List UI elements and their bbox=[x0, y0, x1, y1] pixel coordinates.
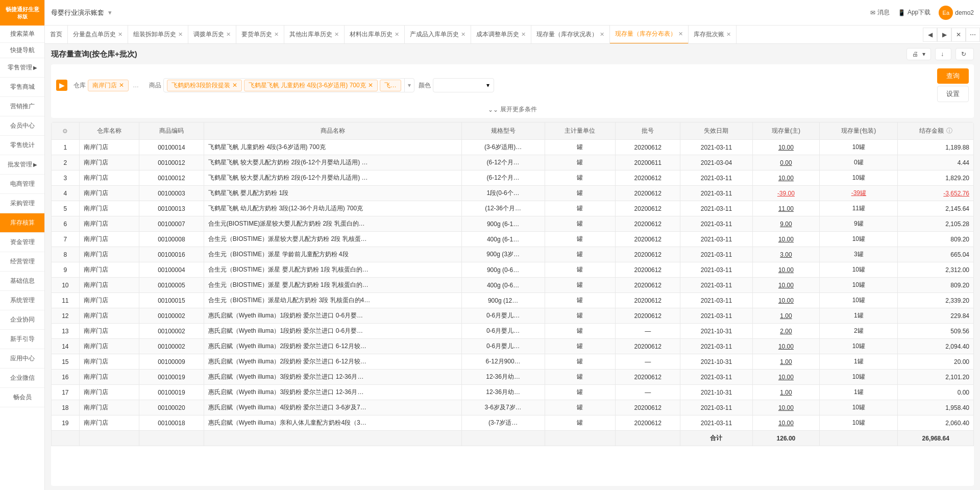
warehouse-tag-remove[interactable]: ✕ bbox=[119, 82, 124, 89]
tab-next-btn[interactable]: ▶ bbox=[937, 28, 951, 42]
table-footer: 合计 126.00 26,968.64 bbox=[52, 431, 974, 446]
row-qty-main[interactable]: 10.00 bbox=[752, 262, 820, 278]
row-qty-main[interactable]: 10.00 bbox=[752, 400, 820, 415]
product-input-group[interactable]: 飞鹤奶粉3段阶段提装 ✕ 飞鹤星飞帆 儿童奶粉 4段(3-6岁适用) 700克 … bbox=[163, 78, 414, 92]
sidebar-item-member[interactable]: 会员中心 bbox=[0, 116, 44, 136]
row-qty-main[interactable]: 10.00 bbox=[752, 278, 820, 293]
settings-btn[interactable]: 设置 bbox=[937, 86, 969, 102]
amount-info-icon[interactable]: ⓘ bbox=[946, 127, 952, 134]
sidebar-item-shop[interactable]: 零售商城 bbox=[0, 78, 44, 97]
sidebar-item-corpwechat[interactable]: 企业微信 bbox=[0, 369, 44, 388]
search-menu[interactable]: 搜索菜单 bbox=[0, 26, 44, 43]
row-qty-main[interactable]: 1.00 bbox=[752, 354, 820, 370]
tab-more-btn[interactable]: ⋯ bbox=[966, 28, 980, 42]
tab-close-cost-adjust[interactable]: ✕ bbox=[521, 31, 526, 38]
refresh-btn[interactable]: ↻ bbox=[955, 48, 974, 60]
export-btn[interactable]: ↓ bbox=[935, 48, 951, 60]
app-download-btn[interactable]: 📱 App下载 bbox=[898, 8, 930, 17]
tab-other-out-history[interactable]: 其他出库单历史 ✕ bbox=[284, 26, 345, 44]
sidebar-item-finance[interactable]: 资金管理 bbox=[0, 233, 44, 252]
row-qty-main[interactable]: 10.00 bbox=[752, 140, 820, 155]
message-btn[interactable]: ✉ 消息 bbox=[870, 8, 890, 17]
color-dropdown-icon[interactable]: ▾ bbox=[486, 82, 489, 89]
sidebar-item-ecom[interactable]: 电商管理 bbox=[0, 175, 44, 194]
sidebar-item-stats[interactable]: 零售统计 bbox=[0, 136, 44, 155]
tab-split-history[interactable]: 分量盘点单历史 ✕ bbox=[68, 26, 128, 44]
tab-home[interactable]: 首页 bbox=[45, 26, 68, 44]
row-qty-main[interactable]: 10.00 bbox=[752, 339, 820, 354]
row-qty-main[interactable]: -39.00 bbox=[752, 186, 820, 201]
filter-toggle-btn[interactable]: ▶ bbox=[56, 80, 67, 91]
user-menu[interactable]: Ea demo2 bbox=[939, 6, 974, 20]
product-tag-3[interactable]: 飞… bbox=[380, 80, 401, 91]
row-qty-main[interactable]: 11.00 bbox=[752, 201, 820, 216]
sidebar-item-appcenter[interactable]: 应用中心 bbox=[0, 349, 44, 369]
tab-close-batch-ledger[interactable]: ✕ bbox=[726, 31, 731, 38]
row-batch: — bbox=[616, 324, 680, 339]
tab-close-inventory-status[interactable]: ✕ bbox=[600, 31, 604, 38]
tab-requisition-history[interactable]: 要货单历史 ✕ bbox=[236, 26, 284, 44]
tab-cost-adjust-history[interactable]: 成本调整单历史 ✕ bbox=[471, 26, 531, 44]
table-row: 16 南岸门店 00100019 惠氏启赋（Wyeth illuma）3段奶粉 … bbox=[52, 370, 974, 385]
tab-inventory-status[interactable]: 现存量（库存状况表） ✕ bbox=[531, 26, 610, 44]
product-tag-1[interactable]: 飞鹤奶粉3段阶段提装 ✕ bbox=[167, 80, 242, 91]
sidebar-item-marketing[interactable]: 营销推广 bbox=[0, 97, 44, 116]
product-input-arrow[interactable]: ▾ bbox=[404, 79, 414, 92]
topbar-dropdown-icon[interactable]: ▾ bbox=[108, 9, 112, 16]
sidebar-item-wholesale[interactable]: 批发管理 ▶ bbox=[0, 155, 44, 175]
tab-close-inventory-dist[interactable]: ✕ bbox=[678, 31, 683, 37]
sidebar-item-system[interactable]: 系统管理 bbox=[0, 291, 44, 310]
tab-close-split[interactable]: ✕ bbox=[118, 31, 122, 38]
row-qty-main[interactable]: 10.00 bbox=[752, 293, 820, 308]
row-qty-main[interactable]: 10.00 bbox=[752, 232, 820, 247]
row-qty-main[interactable]: 1.00 bbox=[752, 385, 820, 400]
product-tag2-remove[interactable]: ✕ bbox=[368, 82, 373, 89]
tab-close-material-out[interactable]: ✕ bbox=[395, 31, 399, 38]
warehouse-more-btn[interactable]: … bbox=[131, 82, 141, 89]
print-btn[interactable]: 🖨 ▾ bbox=[906, 48, 931, 60]
query-btn[interactable]: 查询 bbox=[937, 68, 969, 84]
tab-close-disassemble[interactable]: ✕ bbox=[178, 31, 183, 38]
row-unit: 罐 bbox=[545, 247, 616, 262]
row-code: 00100002 bbox=[139, 339, 204, 354]
sidebar-item-retail[interactable]: 零售管理 ▶ bbox=[0, 58, 44, 78]
expand-conditions-btn[interactable]: ⌄⌄ 展开更多条件 bbox=[56, 105, 969, 114]
tab-inventory-dist[interactable]: 现存量（库存分布表） ✕ bbox=[610, 26, 689, 44]
sidebar-item-ops[interactable]: 经营管理 bbox=[0, 252, 44, 272]
tab-sample-history[interactable]: 调拨单历史 ✕ bbox=[188, 26, 236, 44]
tab-prev-btn[interactable]: ◀ bbox=[923, 28, 937, 42]
th-gear[interactable]: ⚙ bbox=[52, 122, 80, 140]
sidebar-item-corp[interactable]: 企业协同 bbox=[0, 310, 44, 330]
sidebar-item-vip[interactable]: 畅会员 bbox=[0, 388, 44, 407]
row-qty-main[interactable]: 10.00 bbox=[752, 415, 820, 431]
sidebar-item-inventory[interactable]: 库存核算 bbox=[0, 213, 44, 233]
row-qty-main[interactable]: 10.00 bbox=[752, 170, 820, 186]
row-qty-main[interactable]: 0.00 bbox=[752, 155, 820, 170]
row-warehouse: 南岸门店 bbox=[79, 324, 139, 339]
tab-product-in-history[interactable]: 产成品入库单历史 ✕ bbox=[405, 26, 471, 44]
row-qty-main[interactable]: 3.00 bbox=[752, 247, 820, 262]
tab-close-requisition[interactable]: ✕ bbox=[274, 31, 279, 38]
sidebar-item-basic[interactable]: 基础信息 bbox=[0, 272, 44, 291]
gear-icon[interactable]: ⚙ bbox=[62, 128, 68, 135]
row-qty-main[interactable]: 1.00 bbox=[752, 308, 820, 324]
row-qty-main[interactable]: 9.00 bbox=[752, 216, 820, 232]
tab-batch-ledger[interactable]: 库存批次账 ✕ bbox=[689, 26, 737, 44]
tab-close-sample[interactable]: ✕ bbox=[226, 31, 231, 38]
tab-material-out-history[interactable]: 材料出库单历史 ✕ bbox=[345, 26, 405, 44]
warehouse-tag[interactable]: 南岸门店 ✕ bbox=[88, 80, 129, 91]
tab-close-current-btn[interactable]: ✕ bbox=[951, 28, 966, 42]
color-filter-input[interactable]: ▾ bbox=[433, 78, 494, 92]
print-dropdown-icon[interactable]: ▾ bbox=[922, 51, 925, 58]
row-qty-main[interactable]: 10.00 bbox=[752, 370, 820, 385]
tab-disassemble-history[interactable]: 组装拆卸单历史 ✕ bbox=[128, 26, 188, 44]
product-tag-2[interactable]: 飞鹤星飞帆 儿童奶粉 4段(3-6岁适用) 700克 ✕ bbox=[244, 80, 378, 91]
tab-close-product-in[interactable]: ✕ bbox=[461, 31, 465, 38]
th-warehouse: 仓库名称 bbox=[79, 122, 139, 140]
sidebar-item-purchase[interactable]: 采购管理 bbox=[0, 194, 44, 213]
quick-nav[interactable]: 快捷导航 bbox=[0, 43, 44, 58]
product-tag1-remove[interactable]: ✕ bbox=[232, 82, 237, 89]
sidebar-item-guide[interactable]: 新手引导 bbox=[0, 330, 44, 349]
row-qty-main[interactable]: 2.00 bbox=[752, 324, 820, 339]
tab-close-other-out[interactable]: ✕ bbox=[334, 31, 339, 38]
